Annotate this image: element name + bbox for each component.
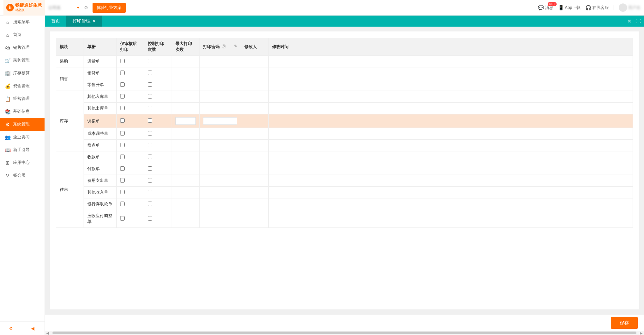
cell-max-count	[172, 128, 200, 140]
checkbox-audit-only[interactable]	[120, 94, 125, 99]
sidebar-item-home[interactable]: ⌂首页	[0, 28, 45, 41]
tab-close-icon[interactable]: ✕	[93, 19, 96, 24]
checkbox-control-count[interactable]	[148, 143, 152, 147]
checkbox-audit-only[interactable]	[120, 178, 125, 183]
table-row: 销售销货单	[56, 67, 633, 79]
checkbox-control-count[interactable]	[148, 106, 152, 110]
message-link[interactable]: 💬 消息 99 +	[538, 5, 553, 11]
sidebar-item-system-mgmt[interactable]: ⚙系统管理	[0, 118, 45, 131]
tenant-selector[interactable]: 公司名 ▼	[48, 5, 80, 11]
max-count-input[interactable]	[175, 117, 196, 125]
download-link[interactable]: 📱 App下载	[558, 5, 580, 11]
cell-modifier	[241, 67, 269, 79]
avatar	[619, 3, 627, 12]
checkbox-audit-only[interactable]	[120, 202, 125, 206]
cell-modifier	[241, 91, 269, 103]
save-button[interactable]: 保存	[611, 317, 638, 329]
checkbox-audit-only[interactable]	[120, 71, 125, 75]
cell-max-count	[172, 163, 200, 175]
sidebar-item-app-center[interactable]: ⊞应用中心	[0, 156, 45, 169]
checkbox-audit-only[interactable]	[120, 155, 125, 159]
cell-mod-time	[269, 128, 633, 140]
checkbox-control-count[interactable]	[148, 202, 152, 206]
sidebar-item-basic-info[interactable]: 📚基础信息	[0, 105, 45, 118]
cell-doc: 其他出库单	[84, 103, 117, 114]
cell-max-count	[172, 210, 200, 228]
cell-mod-time	[269, 79, 633, 91]
sidebar-item-label: 畅会员	[13, 173, 26, 178]
col-doc: 单据	[84, 38, 117, 56]
checkbox-audit-only[interactable]	[120, 59, 125, 63]
checkbox-audit-only[interactable]	[120, 106, 125, 110]
cell-mod-time	[269, 103, 633, 114]
table-row: 盘点单	[56, 140, 633, 151]
checkbox-audit-only[interactable]	[120, 166, 125, 171]
top-header: b 畅捷通好生意 精品版 公司名 ▼ ⚙ 体验行业方案 💬 消息 99 + 📱 …	[0, 0, 644, 16]
close-all-icon[interactable]: ✕	[627, 18, 632, 24]
checkbox-control-count[interactable]	[148, 71, 152, 75]
sidebar-item-biz-mgmt[interactable]: 📋经营管理	[0, 92, 45, 105]
scrollbar-thumb[interactable]	[52, 332, 636, 334]
horizontal-scrollbar[interactable]: ◀ ▶	[45, 331, 644, 335]
sidebar-item-beginner-guide[interactable]: 📖新手引导	[0, 143, 45, 156]
cell-password	[200, 103, 241, 114]
cell-max-count	[172, 175, 200, 187]
sidebar-item-inventory-acct[interactable]: 🏢库存核算	[0, 67, 45, 80]
headset-icon: 🎧	[585, 5, 591, 10]
cell-doc: 其他入库单	[84, 91, 117, 103]
checkbox-audit-only[interactable]	[120, 143, 125, 147]
checkbox-control-count[interactable]	[148, 131, 152, 136]
collapse-icon[interactable]: ◀|	[31, 326, 35, 331]
checkbox-control-count[interactable]	[148, 155, 152, 159]
cell-mod-time	[269, 140, 633, 151]
settings-icon[interactable]: ⚙	[9, 326, 13, 331]
edit-icon[interactable]: ✎	[234, 44, 237, 48]
help-icon[interactable]: ?	[222, 44, 226, 48]
sidebar-item-sales-mgmt[interactable]: 🛍销售管理	[0, 41, 45, 54]
cell-modifier	[241, 151, 269, 163]
checkbox-control-count[interactable]	[148, 59, 152, 63]
gear-icon[interactable]: ⚙	[84, 5, 88, 10]
cell-modifier	[241, 198, 269, 210]
sidebar-item-fund-mgmt[interactable]: 💰资金管理	[0, 80, 45, 92]
scroll-right-icon[interactable]: ▶	[640, 331, 643, 335]
sidebar-item-enterprise-collab[interactable]: 👥企业协同	[0, 131, 45, 143]
cell-password	[200, 67, 241, 79]
checkbox-audit-only[interactable]	[120, 82, 125, 87]
trial-button[interactable]: 体验行业方案	[93, 3, 126, 13]
service-link[interactable]: 🎧 在线客服	[585, 5, 609, 11]
tab-打印管理[interactable]: 打印管理✕	[66, 16, 102, 27]
checkbox-control-count[interactable]	[148, 94, 152, 99]
table-row: 费用支出单	[56, 175, 633, 187]
cell-password	[200, 56, 241, 67]
checkbox-audit-only[interactable]	[120, 216, 125, 221]
enterprise-collab-icon: 👥	[5, 134, 10, 140]
scroll-left-icon[interactable]: ◀	[46, 331, 49, 335]
checkbox-control-count[interactable]	[148, 190, 152, 194]
footer-bar: 保存	[45, 314, 644, 331]
cell-max-count	[172, 67, 200, 79]
checkbox-audit-only[interactable]	[120, 118, 125, 123]
cell-modifier	[241, 187, 269, 198]
tab-首页[interactable]: 首页	[45, 16, 66, 27]
fullscreen-icon[interactable]: ⛶	[636, 18, 641, 24]
checkbox-audit-only[interactable]	[120, 131, 125, 136]
checkbox-control-count[interactable]	[148, 166, 152, 171]
checkbox-control-count[interactable]	[148, 216, 152, 221]
sidebar-item-vip-member[interactable]: V畅会员	[0, 169, 45, 182]
cell-max-count	[172, 187, 200, 198]
sidebar-item-search-menu[interactable]: ⌕搜索菜单	[0, 16, 45, 28]
user-menu[interactable]: 用户名	[619, 3, 641, 12]
checkbox-control-count[interactable]	[148, 178, 152, 183]
sidebar-item-label: 企业协同	[13, 134, 30, 140]
password-input[interactable]	[203, 117, 237, 125]
sidebar-item-purchase-mgmt[interactable]: 🛒采购管理	[0, 54, 45, 67]
checkbox-audit-only[interactable]	[120, 190, 125, 194]
col-module: 模块	[56, 38, 84, 56]
table-row: 成本调整单	[56, 128, 633, 140]
cell-mod-time	[269, 198, 633, 210]
checkbox-control-count[interactable]	[148, 118, 152, 123]
checkbox-control-count[interactable]	[148, 82, 152, 87]
cell-doc: 收款单	[84, 151, 117, 163]
print-settings-table: 模块 单据 仅审核后打印 控制打印次数 最大打印次数 打印密码 ? ✎ 修改人	[56, 38, 633, 228]
